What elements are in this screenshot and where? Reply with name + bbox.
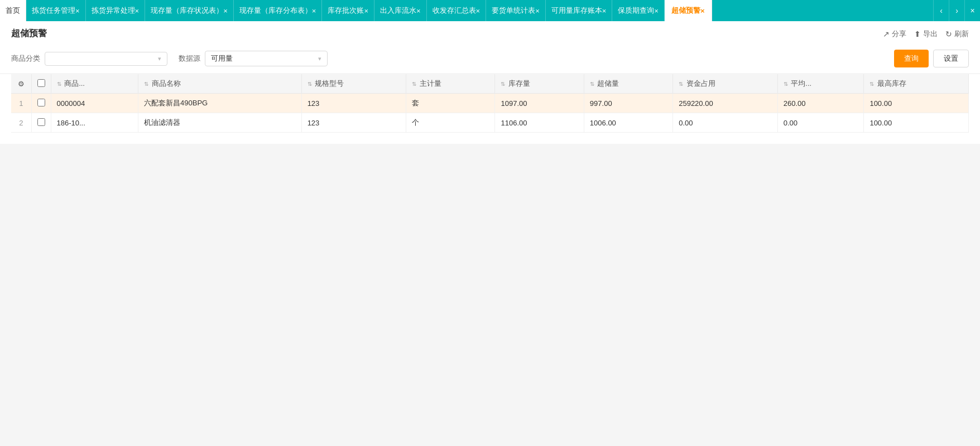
gear-icon: ⚙ (18, 80, 25, 88)
tab-label: 可用量库存账本 (551, 6, 602, 16)
cell-product-name: 机油滤清器 (138, 113, 302, 133)
datasource-label: 数据源 (179, 54, 200, 64)
export-button[interactable]: ⬆ 导出 (914, 29, 938, 39)
sort-icon: ⇅ (590, 81, 594, 87)
tab-home[interactable]: 首页 (0, 0, 26, 21)
tab-close-icon[interactable]: × (602, 7, 607, 15)
tab-close-icon[interactable]: × (700, 7, 705, 15)
datasource-value: 可用量 (211, 54, 233, 64)
tab-label: 要货单统计表 (492, 6, 535, 16)
col-product-code[interactable]: ⇅ 商品... (51, 74, 138, 94)
col-product-name[interactable]: ⇅ 商品名称 (138, 74, 302, 94)
nav-close-button[interactable]: × (964, 0, 980, 21)
row-number: 2 (11, 113, 31, 133)
tab-label: 库存批次账 (328, 6, 364, 16)
col-checkbox (31, 74, 51, 94)
col-avg[interactable]: ⇅ 平均... (777, 74, 864, 94)
row-checkbox[interactable] (37, 118, 45, 126)
header-actions: ↗ 分享 ⬆ 导出 ↻ 刷新 (883, 29, 969, 39)
category-select[interactable]: ▾ (45, 52, 167, 66)
overstock-table: ⚙ ⇅ 商品... ⇅ 商品名称 ⇅ 规格型号 ⇅ (11, 74, 969, 133)
tab-label: 现存量（库存状况表） (151, 6, 223, 16)
col-max-stock[interactable]: ⇅ 最高库存 (864, 74, 969, 94)
nav-next-button[interactable]: › (949, 0, 964, 21)
col-unit[interactable]: ⇅ 主计量 (406, 74, 495, 94)
filter-actions: 查询 设置 (894, 50, 969, 67)
page-header: 超储预警 ↗ 分享 ⬆ 导出 ↻ 刷新 (0, 21, 980, 44)
table-row: 1 0000004 六配套新昌490BPG 123 套 1097.00 997.… (11, 94, 969, 113)
nav-end-buttons: ‹ › × (933, 0, 980, 21)
cell-overstock-qty: 1006.00 (584, 113, 672, 133)
refresh-button[interactable]: ↻ 刷新 (945, 29, 969, 39)
row-checkbox-cell[interactable] (31, 113, 51, 133)
tab-stock-status[interactable]: 现存量（库存状况表） × (145, 0, 234, 21)
tab-usable-stock[interactable]: 可用量库存账本 × (546, 0, 613, 21)
nav-prev-button[interactable]: ‹ (933, 0, 949, 21)
cell-max-stock: 100.00 (864, 113, 969, 133)
tab-quality-check[interactable]: 保质期查询 × (612, 0, 665, 21)
cell-capital-used: 0.00 (673, 113, 778, 133)
sort-icon: ⇅ (784, 81, 788, 87)
page-title: 超储预警 (11, 28, 47, 40)
cell-max-stock: 100.00 (864, 94, 969, 113)
refresh-icon: ↻ (945, 30, 952, 38)
tab-close-icon[interactable]: × (654, 7, 659, 15)
sort-icon: ⇅ (501, 81, 505, 87)
tab-order-stats[interactable]: 要货单统计表 × (486, 0, 546, 21)
cell-unit: 个 (406, 113, 495, 133)
col-overstock-qty[interactable]: ⇅ 超储量 (584, 74, 672, 94)
navigation-bar: 首页 拣货任务管理 × 拣货异常处理 × 现存量（库存状况表） × 现存量（库存… (0, 0, 980, 21)
sort-icon: ⇅ (412, 81, 416, 87)
row-checkbox-cell[interactable] (31, 94, 51, 113)
cell-overstock-qty: 997.00 (584, 94, 672, 113)
tab-batch-account[interactable]: 库存批次账 × (322, 0, 374, 21)
tab-task-mgmt[interactable]: 拣货任务管理 × (26, 0, 86, 21)
sort-icon: ⇅ (57, 81, 61, 87)
tab-label: 拣货任务管理 (32, 6, 75, 16)
tab-close-icon[interactable]: × (75, 7, 80, 15)
tab-stock-dist[interactable]: 现存量（库存分布表） × (234, 0, 323, 21)
tab-recv-send[interactable]: 收发存汇总表 × (427, 0, 487, 21)
cell-capital-used: 259220.00 (673, 94, 778, 113)
tab-home-label: 首页 (6, 6, 20, 16)
cell-product-code: 186-10... (51, 113, 138, 133)
sort-icon: ⇅ (308, 81, 312, 87)
tab-label: 现存量（库存分布表） (239, 6, 312, 16)
tab-label: 收发存汇总表 (433, 6, 476, 16)
sort-icon: ⇅ (144, 81, 148, 87)
cell-spec: 123 (301, 94, 406, 113)
col-gear[interactable]: ⚙ (11, 74, 31, 94)
share-button[interactable]: ↗ 分享 (883, 29, 906, 39)
tab-close-icon[interactable]: × (535, 7, 540, 15)
tab-close-icon[interactable]: × (364, 7, 368, 15)
datasource-filter: 数据源 可用量 ▾ (179, 51, 328, 66)
table-body: 1 0000004 六配套新昌490BPG 123 套 1097.00 997.… (11, 94, 969, 133)
tab-label: 出入库流水 (380, 6, 416, 16)
tab-abnormal[interactable]: 拣货异常处理 × (86, 0, 146, 21)
tab-close-icon[interactable]: × (223, 7, 228, 15)
row-checkbox[interactable] (37, 99, 45, 106)
table-row: 2 186-10... 机油滤清器 123 个 1106.00 1006.00 … (11, 113, 969, 133)
cell-avg: 260.00 (777, 94, 864, 113)
col-stock-qty[interactable]: ⇅ 库存量 (495, 74, 584, 94)
tab-close-icon[interactable]: × (312, 7, 316, 15)
col-capital-used[interactable]: ⇅ 资金占用 (673, 74, 778, 94)
settings-button[interactable]: 设置 (933, 50, 969, 67)
select-all-checkbox[interactable] (37, 79, 45, 87)
tab-close-icon[interactable]: × (476, 7, 481, 15)
cell-stock-qty: 1097.00 (495, 94, 584, 113)
table-wrapper: ⚙ ⇅ 商品... ⇅ 商品名称 ⇅ 规格型号 ⇅ (0, 74, 980, 144)
sort-icon: ⇅ (679, 81, 683, 87)
category-select-value (51, 55, 53, 63)
query-button[interactable]: 查询 (894, 50, 929, 67)
col-spec[interactable]: ⇅ 规格型号 (301, 74, 406, 94)
tab-close-icon[interactable]: × (135, 7, 140, 15)
refresh-label: 刷新 (954, 29, 969, 39)
cell-product-name: 六配套新昌490BPG (138, 94, 302, 113)
tab-label: 拣货异常处理 (92, 6, 135, 16)
cell-avg: 0.00 (777, 113, 864, 133)
tab-inout-flow[interactable]: 出入库流水 × (374, 0, 427, 21)
datasource-select[interactable]: 可用量 ▾ (205, 51, 328, 66)
tab-close-icon[interactable]: × (416, 7, 421, 15)
tab-overstock[interactable]: 超储预警 × (665, 0, 712, 21)
